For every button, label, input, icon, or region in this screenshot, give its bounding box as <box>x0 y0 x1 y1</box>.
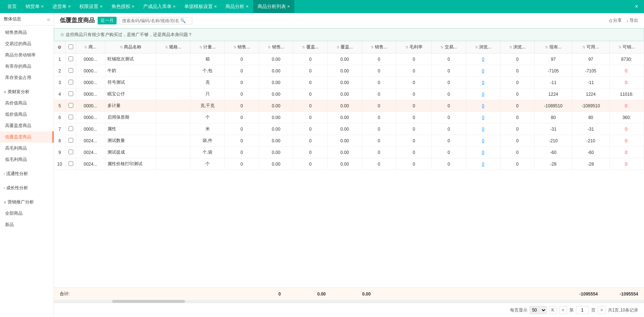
row-checkbox[interactable] <box>66 54 76 65</box>
row-select-checkbox[interactable] <box>68 126 73 131</box>
col-cov1[interactable]: ⇅ 覆盖... <box>293 41 327 54</box>
row-browse1[interactable]: 0 <box>466 158 500 170</box>
sidebar-item-category-rate[interactable]: 商品分类动销率 <box>0 49 54 61</box>
row-current: -31 <box>535 123 572 135</box>
row-current: -60 <box>535 147 572 158</box>
col-settings[interactable]: ⚙ <box>54 41 66 54</box>
row-select-checkbox[interactable] <box>68 68 73 73</box>
row-checkbox[interactable] <box>66 123 76 135</box>
row-browse1[interactable]: 0 <box>466 112 500 123</box>
next-page-btn[interactable]: > <box>598 306 606 314</box>
search-icon[interactable]: 🔍 <box>180 18 186 23</box>
nav-item-sales[interactable]: 销货单 × <box>21 0 48 13</box>
row-checkbox[interactable] <box>66 77 76 88</box>
share-button[interactable]: ⎙ 分享 <box>609 17 622 24</box>
sidebar-item-low-coverage[interactable]: 低覆盖度商品 <box>0 131 54 143</box>
col-code[interactable]: ⇅ 商... <box>76 41 105 54</box>
col-gross-margin[interactable]: ⇅ 毛利率 <box>396 41 432 54</box>
sidebar-group-growth[interactable]: › 成长性分析 <box>0 182 54 194</box>
sidebar-item-all-goods[interactable]: 全部商品 <box>0 208 54 219</box>
nav-item-templates[interactable]: 单据模板设置 × <box>180 0 221 13</box>
col-current-stock[interactable]: ⇅ 现有... <box>535 41 572 54</box>
row-checkbox[interactable] <box>66 147 76 158</box>
page-title: 低覆盖度商品 <box>60 17 95 24</box>
export-button[interactable]: ↓ 导出 <box>626 17 638 24</box>
sidebar-item-high-value[interactable]: 高价值商品 <box>0 98 54 109</box>
sidebar-item-high-coverage[interactable]: 高覆盖度商品 <box>0 120 54 131</box>
first-page-btn[interactable]: K <box>549 306 557 314</box>
row-browse1[interactable]: 0 <box>466 65 500 77</box>
col-sales-qty[interactable]: ⇅ 销售... <box>225 41 259 54</box>
sidebar-group-wealth[interactable]: ∨ 类财富分析 <box>0 86 54 98</box>
row-browse1[interactable]: 0 <box>466 147 500 158</box>
table-wrapper[interactable]: ⚙ ⇅ 商... ⇅ 商品名称 ⇅ 规格... ⇅ 计量... ⇅ 销售... … <box>54 41 644 288</box>
row-select-checkbox[interactable] <box>68 91 73 96</box>
row-browse1[interactable]: 0 <box>466 123 500 135</box>
select-all-checkbox[interactable] <box>68 44 73 49</box>
col-cov2[interactable]: ⇅ 覆盖... <box>327 41 362 54</box>
scrollbar-thumb[interactable] <box>112 300 185 303</box>
row-cov1: 0 <box>293 112 327 123</box>
col-browse2[interactable]: ⇅ 浏览... <box>500 41 534 54</box>
row-select-checkbox[interactable] <box>68 138 73 143</box>
row-browse1[interactable]: 0 <box>466 100 500 112</box>
per-page-select[interactable]: 50 100 <box>530 306 547 314</box>
sidebar-item-stocked-goods[interactable]: 有库存的商品 <box>0 61 54 72</box>
nav-item-roles[interactable]: 角色授权 × <box>107 0 139 13</box>
col-checkbox[interactable] <box>66 41 76 54</box>
row-browse1[interactable]: 0 <box>466 135 500 147</box>
row-cov2: 0.00 <box>327 135 362 147</box>
sidebar-group-circulation[interactable]: › 流通性分析 <box>0 168 54 179</box>
sidebar-item-low-margin[interactable]: 低毛利商品 <box>0 154 54 165</box>
col-saleable[interactable]: ⇅ 可销... <box>609 41 644 54</box>
row-gross-margin: 0 <box>396 100 432 112</box>
row-checkbox[interactable] <box>66 65 76 77</box>
col-name[interactable]: ⇅ 商品名称 <box>105 41 156 54</box>
sidebar-item-inventory-funds[interactable]: 库存资金占用 <box>0 72 54 83</box>
row-select-checkbox[interactable] <box>68 103 73 108</box>
close-button[interactable]: × <box>632 3 641 10</box>
sidebar-item-new-goods[interactable]: 新品 <box>0 219 54 230</box>
col-trade[interactable]: ⇅ 交易... <box>432 41 466 54</box>
search-box[interactable]: 🔍 <box>119 17 192 24</box>
row-sales-amt: 0.00 <box>259 54 293 65</box>
row-select-checkbox[interactable] <box>68 150 73 154</box>
time-filter-button[interactable]: 近一月 <box>98 17 117 24</box>
row-select-checkbox[interactable] <box>68 115 73 119</box>
row-checkbox[interactable] <box>66 112 76 123</box>
row-select-checkbox[interactable] <box>68 56 73 61</box>
page-input[interactable] <box>576 306 589 314</box>
col-unit[interactable]: ⇅ 计量... <box>190 41 224 54</box>
row-checkbox[interactable] <box>66 135 76 147</box>
row-browse1[interactable]: 0 <box>466 54 500 65</box>
sidebar-item-low-value[interactable]: 低价值商品 <box>0 109 54 120</box>
row-browse1[interactable]: 0 <box>466 77 500 88</box>
horizontal-scrollbar[interactable] <box>54 300 644 303</box>
sidebar-item-high-margin[interactable]: 高毛利商品 <box>0 143 54 154</box>
sidebar-item-traded-goods[interactable]: 交易过的商品 <box>0 38 54 49</box>
nav-item-purchase[interactable]: 进货单 × <box>48 0 75 13</box>
row-select-checkbox[interactable] <box>68 161 73 166</box>
prev-page-btn[interactable]: < <box>559 306 567 314</box>
row-browse1[interactable]: 0 <box>466 88 500 100</box>
row-checkbox[interactable] <box>66 100 76 112</box>
row-select-checkbox[interactable] <box>68 80 73 84</box>
sidebar-item-sales-goods[interactable]: 销售类商品 <box>0 27 54 38</box>
col-sales-days[interactable]: ⇅ 销售... <box>362 41 396 54</box>
row-checkbox[interactable] <box>66 158 76 170</box>
search-input[interactable] <box>122 18 180 23</box>
nav-item-permissions[interactable]: 权限设置 × <box>75 0 107 13</box>
nav-item-product-analysis[interactable]: 商品分析 × <box>221 0 253 13</box>
nav-item-production[interactable]: 产成品入库单 × <box>139 0 180 13</box>
col-sales-amt[interactable]: ⇅ 销售... <box>259 41 293 54</box>
col-usable-stock[interactable]: ⇅ 可用... <box>572 41 609 54</box>
row-browse2: 0 <box>500 158 534 170</box>
row-checkbox[interactable] <box>66 88 76 100</box>
col-browse1[interactable]: ⇅ 浏览... <box>466 41 500 54</box>
sidebar-group-marketing[interactable]: ∨ 营销推广分析 <box>0 197 54 208</box>
nav-item-home[interactable]: 首页 <box>3 0 21 13</box>
row-sales-days: 0 <box>362 88 396 100</box>
sidebar-collapse-icon[interactable]: « <box>47 16 50 22</box>
col-spec[interactable]: ⇅ 规格... <box>156 41 190 54</box>
nav-item-product-analysis-list[interactable]: 商品分析列表 × <box>253 0 294 13</box>
